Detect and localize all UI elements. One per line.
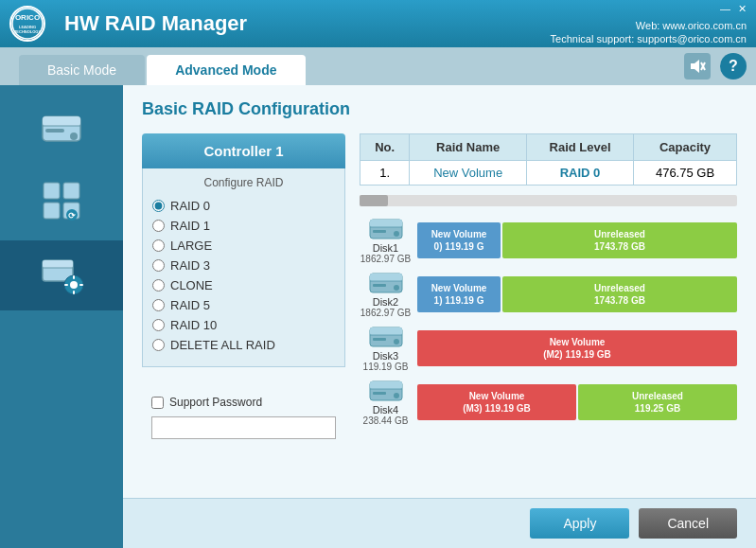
row-raid-name: New Volume bbox=[410, 161, 527, 186]
raid-table: No. Raid Name Raid Level Capacity 1. New… bbox=[360, 133, 737, 186]
svg-rect-43 bbox=[370, 381, 402, 389]
svg-rect-46 bbox=[373, 392, 386, 395]
svg-rect-24 bbox=[73, 291, 75, 294]
table-row: 1. New Volume RAID 0 476.75 GB bbox=[360, 161, 737, 186]
svg-rect-41 bbox=[373, 338, 386, 341]
password-input[interactable] bbox=[151, 416, 336, 439]
row-no: 1. bbox=[360, 161, 410, 186]
raid-options: RAID 0 RAID 1 LARGE RAID 3 CLONE bbox=[152, 199, 335, 352]
sidebar-item-settings[interactable] bbox=[0, 240, 123, 310]
svg-text:⟳: ⟳ bbox=[68, 211, 76, 221]
disk-icon-box-2: Disk2 1862.97 GB bbox=[360, 270, 412, 318]
support-password-checkbox[interactable] bbox=[151, 397, 164, 409]
svg-rect-14 bbox=[44, 203, 60, 219]
tab-bar-left: Basic Mode Advanced Mode bbox=[19, 55, 306, 85]
config-layout: Controller 1 Configure RAID RAID 0 RAID … bbox=[142, 133, 737, 449]
svg-rect-19 bbox=[43, 260, 73, 268]
disk1-label: Disk1 bbox=[373, 242, 399, 254]
disk-row-1: Disk1 1862.97 GB New Volume 0) 119.19 G … bbox=[360, 216, 737, 264]
logo-box: ORICO LEADING TECHNOLOGY bbox=[9, 6, 45, 42]
logo-circle: ORICO LEADING TECHNOLOGY bbox=[9, 6, 45, 42]
cancel-button[interactable]: Cancel bbox=[639, 508, 737, 539]
row-raid-level: RAID 0 bbox=[527, 161, 634, 186]
disk-icon-box-1: Disk1 1862.97 GB bbox=[360, 216, 412, 264]
svg-rect-23 bbox=[73, 275, 75, 279]
disk-row-3: Disk3 119.19 GB New Volume (M2) 119.19 G… bbox=[360, 324, 737, 372]
svg-point-45 bbox=[394, 393, 399, 398]
title-bar: ORICO LEADING TECHNOLOGY HW RAID Manager… bbox=[0, 0, 756, 47]
mute-button[interactable] bbox=[684, 53, 711, 80]
disk4-seg2: Unreleased 119.25 GB bbox=[578, 384, 737, 420]
configure-label: Configure RAID bbox=[152, 176, 335, 189]
disk-row-2: Disk2 1862.97 GB New Volume 1) 119.19 G … bbox=[360, 270, 737, 318]
svg-point-22 bbox=[70, 281, 78, 289]
disk2-seg2: Unreleased 1743.78 GB bbox=[502, 276, 737, 312]
svg-rect-8 bbox=[43, 116, 80, 126]
svg-rect-11 bbox=[45, 129, 64, 133]
radio-raid0[interactable]: RAID 0 bbox=[152, 199, 335, 213]
apply-button[interactable]: Apply bbox=[530, 508, 629, 539]
main-content: ⟳ Basic RAID Configuration Controller 1 bbox=[0, 85, 756, 548]
svg-rect-31 bbox=[373, 230, 386, 233]
bottom-bar: Apply Cancel bbox=[123, 498, 756, 548]
help-button[interactable]: ? bbox=[720, 53, 747, 80]
content-area: Basic RAID Configuration Controller 1 Co… bbox=[123, 85, 756, 548]
disk4-size: 238.44 GB bbox=[363, 415, 409, 426]
tab-advanced[interactable]: Advanced Mode bbox=[147, 55, 305, 85]
support-info: Technical support: supports@orico.com.cn bbox=[551, 33, 747, 44]
disk-icon-box-3: Disk3 119.19 GB bbox=[360, 324, 412, 372]
password-section: Support Password bbox=[142, 386, 345, 449]
controller-header: Controller 1 bbox=[142, 133, 345, 168]
page-title: Basic RAID Configuration bbox=[142, 99, 737, 119]
radio-raid5[interactable]: RAID 5 bbox=[152, 298, 335, 312]
sidebar-item-hdd[interactable] bbox=[0, 95, 123, 161]
tab-basic[interactable]: Basic Mode bbox=[19, 55, 145, 85]
tab-bar: Basic Mode Advanced Mode ? bbox=[0, 47, 756, 85]
tab-bar-right: ? bbox=[684, 53, 756, 85]
radio-clone[interactable]: CLONE bbox=[152, 278, 335, 292]
scroll-bar[interactable] bbox=[360, 195, 737, 206]
minimize-button[interactable]: ― bbox=[720, 4, 730, 14]
row-capacity: 476.75 GB bbox=[634, 161, 737, 186]
svg-text:TECHNOLOGY: TECHNOLOGY bbox=[14, 29, 42, 34]
scroll-thumb[interactable] bbox=[360, 195, 388, 206]
disk2-label: Disk2 bbox=[373, 296, 399, 308]
svg-rect-13 bbox=[63, 183, 79, 199]
sidebar-item-grid[interactable]: ⟳ bbox=[0, 166, 123, 236]
disk4-segments: New Volume (M3) 119.19 GB Unreleased 119… bbox=[417, 384, 737, 420]
col-capacity: Capacity bbox=[634, 134, 737, 161]
web-info: Web: www.orico.com.cn bbox=[636, 20, 747, 31]
sidebar: ⟳ bbox=[0, 85, 123, 548]
radio-raid1[interactable]: RAID 1 bbox=[152, 219, 335, 233]
disk3-segments: New Volume (M2) 119.19 GB bbox=[417, 330, 737, 366]
disk2-seg1: New Volume 1) 119.19 G bbox=[417, 276, 501, 312]
col-no: No. bbox=[360, 134, 410, 161]
svg-point-40 bbox=[394, 339, 399, 345]
col-raid-level: Raid Level bbox=[527, 134, 634, 161]
app-title: HW RAID Manager bbox=[64, 11, 247, 36]
radio-large[interactable]: LARGE bbox=[152, 239, 335, 253]
disk-icon-box-4: Disk4 238.44 GB bbox=[360, 378, 412, 426]
support-password-label: Support Password bbox=[169, 396, 262, 409]
svg-text:ORICO: ORICO bbox=[15, 13, 40, 22]
close-button[interactable]: ✕ bbox=[738, 4, 747, 14]
right-panel: No. Raid Name Raid Level Capacity 1. New… bbox=[360, 133, 737, 449]
disk1-size: 1862.97 GB bbox=[360, 254, 411, 264]
password-check[interactable]: Support Password bbox=[151, 396, 336, 409]
title-bar-left: ORICO LEADING TECHNOLOGY HW RAID Manager bbox=[9, 6, 247, 42]
radio-raid3[interactable]: RAID 3 bbox=[152, 258, 335, 273]
window-controls: ― ✕ bbox=[720, 4, 747, 14]
disk3-seg1: New Volume (M2) 119.19 GB bbox=[417, 330, 737, 366]
disk3-label: Disk3 bbox=[373, 350, 399, 362]
svg-rect-33 bbox=[370, 274, 402, 281]
svg-point-10 bbox=[70, 133, 78, 140]
disk1-segments: New Volume 0) 119.19 G Unreleased 1743.7… bbox=[417, 222, 737, 258]
svg-point-35 bbox=[394, 285, 399, 291]
svg-rect-38 bbox=[370, 327, 402, 335]
disk3-size: 119.19 GB bbox=[363, 362, 409, 372]
svg-point-30 bbox=[394, 231, 399, 237]
disk1-seg2: Unreleased 1743.78 GB bbox=[502, 222, 737, 258]
controller-body: Configure RAID RAID 0 RAID 1 LARGE RAI bbox=[142, 168, 345, 367]
radio-raid10[interactable]: RAID 10 bbox=[152, 318, 335, 332]
radio-delete-all[interactable]: DELETE ALL RAID bbox=[152, 338, 335, 352]
